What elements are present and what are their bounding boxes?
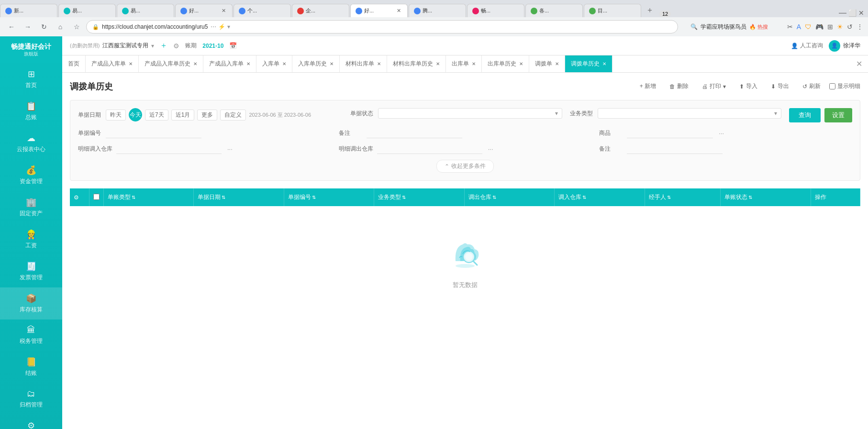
col-transfer-in[interactable]: 调入仓库 ⇅	[555, 188, 645, 206]
grid-icon[interactable]: ⊞	[827, 23, 833, 31]
close-icon[interactable]: ✕	[129, 61, 133, 66]
more-icon[interactable]: ···	[488, 145, 493, 153]
col-transfer-out[interactable]: 调出仓库 ⇅	[464, 188, 555, 206]
scissors-icon[interactable]: ✂	[787, 23, 793, 31]
sidebar-item-invoice[interactable]: 🧾 发票管理	[0, 255, 62, 287]
close-icon[interactable]: ✕	[220, 7, 227, 15]
sidebar-item-archive[interactable]: 🗂 归档管理	[0, 383, 62, 415]
settings-button[interactable]: 设置	[824, 108, 852, 122]
tab-finished-goods-in2[interactable]: 产成品入库单 ✕	[203, 55, 256, 73]
sidebar-item-tax[interactable]: 🏛 税务管理	[0, 319, 62, 351]
tab-material-out-history[interactable]: 材料出库单历史 ✕	[387, 55, 446, 73]
week-button[interactable]: 近7天	[145, 110, 168, 121]
select-all-checkbox[interactable]	[93, 194, 100, 200]
tab-finished-goods-in[interactable]: 产成品入库单 ✕	[86, 55, 139, 73]
checkbox-column[interactable]	[89, 188, 103, 206]
close-icon[interactable]: ✕	[282, 61, 286, 66]
browser-tab-9[interactable]: 畅...	[467, 4, 524, 17]
close-all-tabs-button[interactable]: ✕	[850, 59, 868, 68]
game-icon[interactable]: 🎮	[815, 23, 823, 31]
translate-icon[interactable]: A	[797, 23, 801, 31]
note2-input[interactable]	[627, 144, 723, 154]
tab-stock-out[interactable]: 出库单 ✕	[446, 55, 482, 73]
print-button[interactable]: 🖨 打印 ▾	[697, 80, 731, 92]
forward-button[interactable]: →	[21, 20, 34, 33]
settings-column[interactable]: ⚙	[70, 188, 89, 206]
user-info[interactable]: 👤 徐泽华	[829, 40, 860, 52]
browser-tab-4[interactable]: 好... ✕	[175, 4, 233, 17]
yesterday-button[interactable]: 昨天	[106, 110, 126, 121]
note-input[interactable]	[367, 128, 462, 138]
status-select[interactable]: ▾	[378, 108, 562, 119]
browser-tab-1[interactable]: 新...	[0, 4, 57, 17]
close-icon[interactable]: ✕	[246, 61, 250, 66]
col-doc-type[interactable]: 单账类型 ⇅	[103, 188, 194, 206]
import-button[interactable]: ⬆ 导入	[734, 80, 762, 92]
tab-material-out[interactable]: 材料出库单 ✕	[340, 55, 387, 73]
doc-number-input[interactable]	[106, 128, 201, 138]
shield-icon[interactable]: 🛡	[805, 23, 812, 31]
close-icon[interactable]: ✕	[519, 61, 523, 66]
browser-tab-11[interactable]: 目...	[584, 4, 641, 17]
sidebar-item-settings[interactable]: ⚙ 基础设置	[0, 415, 62, 429]
close-icon[interactable]: ✕	[436, 61, 440, 66]
gear-icon[interactable]: ⚙	[173, 42, 179, 50]
refresh-browser-button[interactable]: ↻	[37, 20, 51, 33]
new-tab-button[interactable]: ＋	[642, 3, 657, 17]
tab-stock-in[interactable]: 入库单 ✕	[256, 55, 292, 73]
sidebar-item-salary[interactable]: 👷 工资	[0, 223, 62, 255]
close-icon[interactable]: ✕	[330, 61, 334, 66]
browser-tab-2[interactable]: 易...	[58, 4, 116, 17]
sidebar-item-capital[interactable]: 💰 资金管理	[0, 159, 62, 191]
tab-transfer-history[interactable]: 调拨单历史 ✕	[565, 55, 612, 73]
refresh-button[interactable]: ↺ 刷新	[798, 80, 825, 92]
month-button[interactable]: 近1月	[171, 110, 195, 121]
bookmark-button[interactable]: ☆	[70, 20, 83, 33]
back-button[interactable]: ←	[5, 20, 18, 33]
new-button[interactable]: + 新增	[635, 80, 661, 92]
home-button[interactable]: ⌂	[54, 20, 67, 33]
sidebar-item-cloud-reports[interactable]: ☁ 云报表中心	[0, 127, 62, 159]
minimize-icon[interactable]: —	[839, 9, 846, 17]
browser-tab-6[interactable]: 企...	[292, 4, 349, 17]
calendar-icon[interactable]: 📅	[229, 42, 237, 49]
col-doc-number[interactable]: 单据编号 ⇅	[284, 188, 374, 206]
custom-date-button[interactable]: 自定义	[220, 110, 246, 121]
browser-tab-3[interactable]: 易...	[117, 4, 174, 17]
tab-stock-out-history[interactable]: 出库单历史 ✕	[482, 55, 529, 73]
close-icon[interactable]: ✕	[472, 61, 476, 66]
close-icon[interactable]: ✕	[395, 7, 402, 15]
tab-home[interactable]: 首页	[62, 55, 86, 73]
biz-type-select[interactable]: ▾	[598, 108, 781, 119]
more-icon[interactable]: ···	[719, 130, 724, 137]
more-date-button[interactable]: 更多	[197, 110, 217, 121]
sidebar-item-inventory[interactable]: 📦 库存核算	[0, 287, 62, 319]
close-icon[interactable]: ✕	[555, 61, 559, 66]
display-detail-toggle[interactable]: 显示明细	[829, 82, 860, 90]
detail-in-input[interactable]	[116, 144, 222, 154]
detail-out-input[interactable]	[377, 144, 482, 154]
tab-finished-goods-in-history[interactable]: 产成品入库单历史 ✕	[139, 55, 203, 73]
browser-tab-5[interactable]: 个...	[234, 4, 291, 17]
browser-search[interactable]: 🔍 学霸应聘场驱鸟员 🔥 热搜	[685, 20, 780, 33]
tab-transfer[interactable]: 调拨单 ✕	[529, 55, 565, 73]
close-icon[interactable]: ✕	[193, 61, 197, 66]
add-company-icon[interactable]: ＋	[160, 41, 167, 51]
more-icon[interactable]: ···	[227, 145, 233, 153]
menu-icon[interactable]: ⋮	[857, 23, 863, 31]
col-biz-type[interactable]: 业务类型 ⇅	[374, 188, 465, 206]
sidebar-item-fixed-assets[interactable]: 🏢 固定资产	[0, 191, 62, 223]
close-icon[interactable]: ✕	[602, 61, 606, 66]
service-button[interactable]: 👤 人工咨询	[791, 42, 823, 50]
sidebar-item-home[interactable]: ⊞ 首页	[0, 63, 62, 95]
delete-button[interactable]: 🗑 删除	[665, 80, 693, 92]
col-doc-status[interactable]: 单账状态 ⇅	[721, 188, 811, 206]
goods-input[interactable]	[627, 128, 713, 138]
tab-stock-in-history[interactable]: 入库单历史 ✕	[292, 55, 340, 73]
browser-tab-7[interactable]: 好... ✕	[350, 4, 408, 17]
today-button[interactable]: 今天	[129, 108, 142, 121]
maximize-icon[interactable]: ⬜	[848, 9, 857, 17]
query-button[interactable]: 查询	[789, 108, 821, 122]
close-window-icon[interactable]: ✕	[858, 9, 864, 17]
close-icon[interactable]: ✕	[377, 61, 381, 66]
